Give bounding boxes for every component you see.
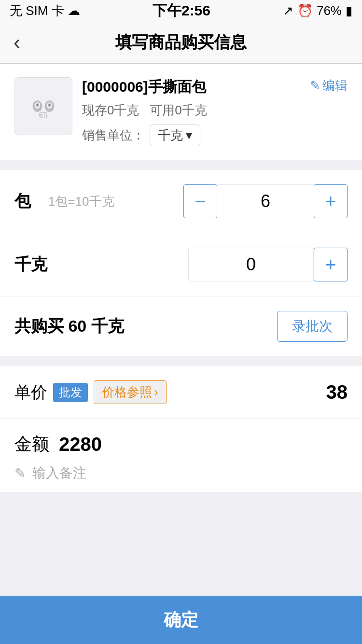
status-right: ↗ ⏰ 76% ▮: [283, 3, 352, 18]
price-ref-button[interactable]: 价格参照 ›: [94, 380, 167, 404]
note-placeholder: 输入备注: [32, 464, 86, 482]
summary-text: 共购买 60 千克: [14, 315, 124, 337]
nav-bar: ‹ 填写商品购买信息: [0, 21, 362, 64]
alarm-icon: ⏰: [297, 3, 313, 18]
status-left: 无 SIM 卡 ☁: [10, 2, 80, 19]
edit-button[interactable]: ✎ 编辑: [310, 77, 348, 94]
note-row[interactable]: ✎ 输入备注: [14, 464, 348, 482]
confirm-button[interactable]: 确定: [164, 608, 198, 632]
status-bar: 无 SIM 卡 ☁ 下午2:56 ↗ ⏰ 76% ▮: [0, 0, 362, 21]
bao-label: 包: [14, 190, 43, 212]
amount-value: 2280: [59, 434, 102, 455]
bao-quantity-input[interactable]: [217, 184, 314, 218]
price-section: 单价 批发 价格参照 › 38: [0, 366, 362, 419]
location-icon: ↗: [283, 3, 293, 18]
unit-dropdown[interactable]: 千克 ▾: [150, 125, 200, 146]
product-name-row: [0000006]手撕面包 ✎ 编辑: [82, 77, 348, 97]
price-value: 38: [326, 381, 348, 403]
product-image: 智计: [14, 77, 72, 135]
battery-icon: ▮: [346, 3, 352, 18]
bao-plus-button[interactable]: +: [314, 184, 348, 218]
svg-point-7: [49, 104, 50, 106]
amount-label: 金额: [14, 433, 49, 456]
pencil-icon: ✎: [14, 465, 26, 481]
sim-status: 无 SIM 卡 ☁: [10, 2, 80, 19]
price-type-tag: 批发: [53, 383, 88, 402]
bao-hint: 1包=10千克: [48, 193, 183, 210]
kg-plus-button[interactable]: +: [314, 248, 348, 281]
product-stock: 现存0千克 可用0千克: [82, 102, 348, 119]
divider-1: [0, 160, 362, 170]
svg-point-6: [37, 104, 38, 106]
status-time: 下午2:56: [153, 1, 210, 21]
product-thumbnail-icon: 智计: [27, 94, 60, 118]
back-button[interactable]: ‹: [14, 31, 20, 54]
product-info: [0000006]手撕面包 ✎ 编辑 现存0千克 可用0千克 销售单位： 千克 …: [82, 77, 348, 146]
quantity-section: 包 1包=10千克 − + 千克 + 共购买 60 千克 录批次: [0, 170, 362, 356]
price-label: 单价: [14, 381, 47, 404]
page-title: 填写商品购买信息: [115, 31, 247, 54]
product-card: 智计 [0000006]手撕面包 ✎ 编辑 现存0千克 可用0千克 销售单位： …: [0, 64, 362, 160]
bao-quantity-row: 包 1包=10千克 − +: [0, 170, 362, 233]
confirm-bar[interactable]: 确定: [0, 596, 362, 644]
edit-icon: ✎: [310, 78, 320, 93]
kg-quantity-control: +: [188, 248, 348, 281]
bao-quantity-control: − +: [183, 184, 348, 218]
battery-level: 76%: [317, 3, 342, 18]
product-name: [0000006]手撕面包: [82, 77, 206, 97]
kg-label: 千克: [14, 253, 47, 276]
kg-quantity-input[interactable]: [188, 248, 314, 281]
divider-2: [0, 356, 362, 366]
summary-row: 共购买 60 千克 录批次: [0, 296, 362, 356]
amount-section: 金额 2280 ✎ 输入备注: [0, 419, 362, 492]
kg-quantity-row: 千克 +: [0, 233, 362, 296]
batch-button[interactable]: 录批次: [277, 311, 348, 342]
amount-row: 金额 2280: [14, 433, 348, 456]
svg-text:智计: 智计: [39, 113, 48, 118]
bao-minus-button[interactable]: −: [183, 184, 217, 218]
product-unit-row: 销售单位： 千克 ▾: [82, 125, 348, 146]
